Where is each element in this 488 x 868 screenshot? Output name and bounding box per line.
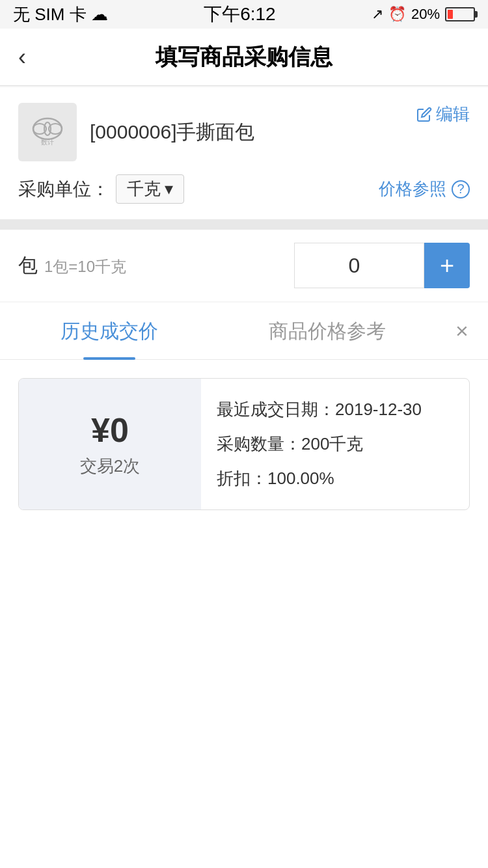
quantity-plus-button[interactable]: +	[424, 243, 470, 288]
info-icon: ?	[452, 180, 470, 198]
unit-dropdown-icon: ▾	[165, 179, 173, 199]
purchase-unit: 采购单位： 千克 ▾	[18, 174, 184, 204]
history-price-content: ¥0 交易2次 最近成交日期：2019-12-30 采购数量：200千克 折扣：…	[0, 360, 488, 528]
quantity-label: 包 1包=10千克	[18, 252, 126, 279]
product-top: 数计 [0000006]手撕面包 编辑	[18, 103, 470, 161]
discount-label: 折扣：	[217, 468, 267, 488]
tab-history-price[interactable]: 历史成交价	[0, 303, 218, 360]
battery-fill	[448, 10, 453, 19]
history-left: ¥0 交易2次	[19, 379, 201, 509]
battery-icon	[445, 7, 475, 21]
unit-value: 千克	[127, 178, 161, 200]
recent-date-label: 最近成交日期：	[217, 400, 335, 419]
tabs-header: 历史成交价 商品价格参考 ×	[0, 303, 488, 360]
edit-label: 编辑	[436, 103, 470, 126]
quantity-row: 包 1包=10千克 +	[0, 230, 488, 301]
quantity-input-wrap: +	[294, 243, 470, 288]
currency-symbol: ¥	[91, 411, 110, 449]
history-price-value: ¥0	[91, 411, 129, 450]
product-thumbnail: 数计	[18, 103, 77, 161]
svg-point-3	[44, 122, 51, 135]
divider	[0, 219, 488, 230]
recent-date-row: 最近成交日期：2019-12-30	[217, 397, 454, 422]
status-right: ↗ ⏰ 20%	[372, 6, 475, 23]
battery-percent: 20%	[411, 6, 440, 23]
unit-select[interactable]: 千克 ▾	[116, 174, 184, 204]
history-right: 最近成交日期：2019-12-30 采购数量：200千克 折扣：100.00%	[201, 379, 469, 509]
location-icon: ↗	[372, 6, 383, 23]
edit-button[interactable]: 编辑	[416, 103, 470, 126]
back-button[interactable]: ‹	[18, 44, 26, 71]
tab-close-button[interactable]: ×	[436, 303, 488, 360]
recent-date-value: 2019-12-30	[335, 400, 422, 419]
history-card: ¥0 交易2次 最近成交日期：2019-12-30 采购数量：200千克 折扣：…	[18, 378, 470, 510]
product-bottom: 采购单位： 千克 ▾ 价格参照 ?	[18, 174, 470, 204]
qty-unit: 包	[18, 252, 38, 279]
quantity-input[interactable]	[294, 243, 424, 288]
alarm-icon: ⏰	[388, 6, 406, 23]
discount-row: 折扣：100.00%	[217, 466, 454, 491]
nav-bar: ‹ 填写商品采购信息	[0, 29, 488, 86]
product-name: [0000006]手撕面包	[90, 119, 254, 146]
status-bar: 无 SIM 卡 ☁ 下午6:12 ↗ ⏰ 20%	[0, 0, 488, 29]
product-left: 数计 [0000006]手撕面包	[18, 103, 254, 161]
history-trades: 交易2次	[80, 455, 140, 478]
purchase-qty-row: 采购数量：200千克	[217, 431, 454, 457]
sim-status: 无 SIM 卡 ☁	[13, 3, 108, 26]
price-ref-button[interactable]: 价格参照 ?	[379, 178, 470, 200]
qty-conversion: 1包=10千克	[44, 256, 126, 277]
svg-text:数计: 数计	[41, 139, 54, 146]
product-card: 数计 [0000006]手撕面包 编辑 采购单位： 千克 ▾ 价格参照 ?	[0, 87, 488, 219]
tab-price-ref[interactable]: 商品价格参考	[218, 303, 436, 360]
svg-point-0	[33, 118, 62, 139]
tabs-panel: 历史成交价 商品价格参考 × ¥0 交易2次 最近成交日期：2019-12-30…	[0, 303, 488, 528]
page-title: 填写商品采购信息	[156, 42, 332, 72]
discount-value: 100.00%	[267, 468, 334, 488]
purchase-qty-value: 200千克	[301, 434, 363, 454]
status-time: 下午6:12	[204, 2, 276, 27]
purchase-qty-label: 采购数量：	[217, 434, 301, 454]
status-left: 无 SIM 卡 ☁	[13, 3, 108, 26]
bottom-space	[0, 528, 488, 868]
price-ref-label: 价格参照	[379, 178, 446, 200]
price-amount: 0	[110, 411, 129, 449]
purchase-unit-label: 采购单位：	[18, 177, 109, 202]
